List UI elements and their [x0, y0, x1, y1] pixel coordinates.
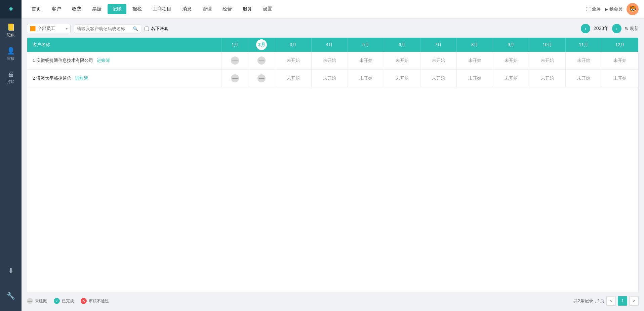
month-cell-12: 未开始: [602, 52, 638, 70]
next-year-button[interactable]: ›: [612, 24, 621, 33]
status-not-started: 未开始: [505, 58, 518, 63]
legend-completed: ✓ 已完成: [54, 298, 74, 304]
topnav-business[interactable]: 工商项目: [148, 4, 176, 14]
sidebar-item-print[interactable]: 🖨 打印: [0, 66, 22, 89]
account-set-label: 名下账套: [151, 26, 168, 32]
col-m6: 6月: [384, 38, 420, 52]
col-m7: 7月: [420, 38, 456, 52]
support-icon: 🔧: [7, 292, 15, 300]
search-input[interactable]: [77, 26, 131, 31]
topnav-tax[interactable]: 报税: [128, 4, 147, 14]
status-not-started: 未开始: [577, 76, 590, 81]
status-not-started: 未开始: [396, 76, 409, 81]
status-not-started: 未开始: [613, 76, 627, 81]
topnav-settings[interactable]: 设置: [258, 4, 277, 14]
prev-page-button[interactable]: <: [606, 296, 616, 306]
col-m2: 2月: [248, 38, 275, 52]
toolbar: 🟧 全部员工 ▾ 🔍 名下账套 ‹ 2023年 › ↻ 刷新: [27, 24, 639, 33]
topnav-manage[interactable]: 管理: [198, 4, 216, 14]
table-row: 2 漠澳太平畅捷通信 进账簿 ——未开始未开始未开始未开始未开始未开始未开始未开…: [27, 70, 638, 87]
account-set-checkbox[interactable]: [145, 27, 149, 31]
member-button[interactable]: ▶ 畅会员: [605, 6, 622, 12]
status-not-started: 未开始: [287, 58, 300, 63]
legend-rejected: ✕ 审核不通过: [81, 298, 109, 304]
fullscreen-button[interactable]: ⛶ 全屏: [586, 6, 601, 12]
member-label: 畅会员: [609, 6, 622, 12]
topnav-billing[interactable]: 收费: [67, 4, 86, 14]
col-m10: 10月: [529, 38, 565, 52]
status-not-started: 未开始: [396, 58, 409, 63]
status-dash-icon: —: [257, 74, 266, 82]
topnav-invoice[interactable]: 票据: [87, 4, 106, 14]
topnav-right: ⛶ 全屏 ▶ 畅会员 🐯: [586, 3, 639, 15]
table-header: 客户名称 1月 2月 3月 4月 5月 6月 7月 8月 9月 10月 11月: [27, 38, 638, 52]
employee-select[interactable]: 🟧 全部员工 ▾: [27, 24, 71, 33]
month-cell-2[interactable]: —: [248, 70, 275, 87]
refresh-button[interactable]: ↻ 刷新: [625, 26, 639, 32]
audit-icon: 👤: [7, 47, 15, 55]
row-index: 2: [33, 76, 36, 81]
legend-not-built: — 未建账: [27, 298, 47, 304]
month-cell-2[interactable]: —: [248, 52, 275, 70]
month-cell-6: 未开始: [384, 70, 420, 87]
status-not-started: 未开始: [541, 58, 554, 63]
status-dash-icon: —: [231, 74, 239, 82]
topnav-home[interactable]: 首页: [27, 4, 46, 14]
topnav-items: 首页 客户 收费 票据 记账 报税 工商项目 消息 管理 经营 服务 设置: [27, 4, 586, 14]
month-cell-5: 未开始: [348, 70, 384, 87]
topnav-message[interactable]: 消息: [177, 4, 196, 14]
search-box: 🔍: [74, 25, 141, 33]
sidebar-item-audit-label: 审核: [7, 56, 14, 61]
customer-name-cell: 1 安徽畅捷通信息技术有限公司 进账簿: [27, 52, 222, 70]
refresh-label: 刷新: [630, 26, 639, 32]
topnav-operation[interactable]: 经营: [218, 4, 237, 14]
topnav: 首页 客户 收费 票据 记账 报税 工商项目 消息 管理 经营 服务 设置 ⛶ …: [22, 0, 644, 18]
enter-ledger-link[interactable]: 进账簿: [75, 76, 88, 81]
topnav-bookkeeping[interactable]: 记账: [108, 4, 126, 14]
bookkeeping-icon: 📒: [7, 23, 15, 31]
legend-dot-red: ✕: [81, 298, 87, 304]
status-not-started: 未开始: [432, 76, 445, 81]
col-m11: 11月: [565, 38, 602, 52]
month-cell-1[interactable]: —: [222, 70, 248, 87]
search-icon[interactable]: 🔍: [133, 26, 138, 31]
customer-name: 安徽畅捷通信息技术有限公司: [36, 58, 93, 63]
current-page-button[interactable]: 1: [618, 296, 627, 306]
status-not-started: 未开始: [359, 76, 372, 81]
status-not-started: 未开始: [432, 58, 445, 63]
month-cell-12: 未开始: [602, 70, 638, 87]
status-not-started: 未开始: [541, 76, 554, 81]
month-cell-8: 未开始: [456, 70, 493, 87]
prev-year-button[interactable]: ‹: [581, 24, 590, 33]
month-cell-1[interactable]: —: [222, 52, 248, 70]
sidebar: ✦ 📒 记账 👤 审核 🖨 打印 ⬇ 🔧: [0, 0, 22, 311]
sidebar-item-bookkeeping[interactable]: 📒 记账: [0, 18, 22, 42]
month-cell-3: 未开始: [275, 52, 311, 70]
status-dash-icon: —: [231, 56, 239, 65]
topnav-service[interactable]: 服务: [238, 4, 257, 14]
fullscreen-icon: ⛶: [586, 7, 591, 12]
main-area: 首页 客户 收费 票据 记账 报税 工商项目 消息 管理 经营 服务 设置 ⛶ …: [22, 0, 644, 311]
col-m4: 4月: [311, 38, 348, 52]
sidebar-item-download[interactable]: ⬇: [0, 259, 22, 282]
status-not-started: 未开始: [287, 76, 300, 81]
status-not-started: 未开始: [323, 76, 336, 81]
topnav-customer[interactable]: 客户: [47, 4, 66, 14]
sidebar-item-audit[interactable]: 👤 审核: [0, 42, 22, 66]
month-cell-6: 未开始: [384, 52, 420, 70]
enter-ledger-link[interactable]: 进账簿: [97, 58, 110, 63]
legend-dot-teal: ✓: [54, 298, 60, 304]
chevron-down-icon: ▾: [66, 27, 68, 31]
month-cell-3: 未开始: [275, 70, 311, 87]
avatar[interactable]: 🐯: [627, 3, 639, 15]
month-cell-4: 未开始: [311, 70, 348, 87]
next-page-button[interactable]: >: [629, 296, 639, 306]
month-cell-9: 未开始: [493, 70, 529, 87]
month-cell-5: 未开始: [348, 52, 384, 70]
member-icon: ▶: [605, 7, 608, 12]
month-cell-7: 未开始: [420, 70, 456, 87]
account-set-filter[interactable]: 名下账套: [145, 26, 168, 32]
sidebar-item-support[interactable]: 🔧: [0, 284, 22, 308]
col-m12: 12月: [602, 38, 638, 52]
footer: — 未建账 ✓ 已完成 ✕ 审核不通过 共2条记录，1页 < 1: [27, 293, 639, 306]
